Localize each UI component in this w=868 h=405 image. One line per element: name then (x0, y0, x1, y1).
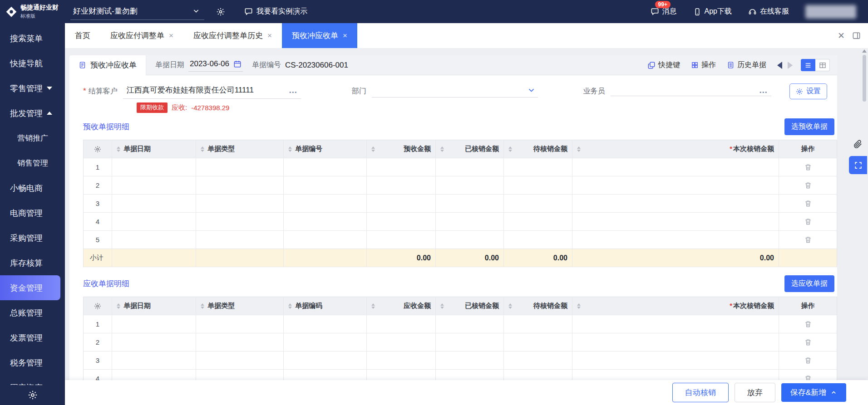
customer-input[interactable]: 江西真可爱布娃娃有限责任公司11111 … (123, 84, 301, 99)
sort-icon[interactable] (201, 146, 204, 152)
online-service-button[interactable]: 在线客服 (748, 7, 789, 16)
table-cell[interactable] (196, 351, 284, 370)
table-cell[interactable] (112, 195, 196, 213)
sidebar-item-11[interactable]: 总账管理 (0, 300, 65, 325)
table-cell[interactable] (112, 370, 196, 380)
table-cell[interactable] (572, 315, 779, 333)
tab-1[interactable]: 应收应付调整单× (100, 23, 183, 48)
dept-chevron-down-icon[interactable] (528, 86, 535, 94)
sidebar-item-7[interactable]: 电商管理 (0, 200, 65, 225)
table-cell[interactable] (367, 333, 436, 351)
app-download-button[interactable]: App下载 (693, 7, 732, 16)
receivable-section-title[interactable]: 应收单据明细 (83, 278, 129, 289)
table-cell[interactable] (504, 176, 572, 195)
history-docs-button[interactable]: 历史单据 (727, 60, 766, 70)
column-header[interactable]: 已核销金额 (436, 140, 504, 158)
sidebar-item-9[interactable]: 库存核算 (0, 250, 65, 275)
scroll-up-arrow-icon[interactable] (862, 49, 867, 53)
top-settings-gear-icon[interactable] (216, 7, 225, 16)
sort-icon[interactable] (117, 303, 120, 309)
table-cell[interactable] (196, 231, 284, 249)
tab-close-icon[interactable]: × (169, 31, 173, 40)
table-cell[interactable] (436, 195, 504, 213)
table-cell[interactable] (112, 213, 196, 231)
select-prepay-docs-button[interactable]: 选预收单据 (784, 118, 834, 135)
tab-3[interactable]: 预收冲应收单× (282, 23, 357, 48)
table-cell[interactable] (572, 176, 779, 195)
column-header[interactable]: 已核销金额 (436, 297, 504, 315)
sidebar-item-8[interactable]: 采购管理 (0, 225, 65, 250)
table-cell[interactable] (436, 213, 504, 231)
row-delete-button[interactable] (779, 351, 837, 370)
table-cell[interactable] (367, 370, 436, 380)
table-cell[interactable] (284, 351, 367, 370)
grid-view-toggle[interactable] (815, 59, 830, 71)
sidebar-item-12[interactable]: 发票管理 (0, 325, 65, 350)
table-cell[interactable] (436, 158, 504, 176)
sidebar-item-13[interactable]: 税务管理 (0, 350, 65, 375)
sort-icon[interactable] (577, 146, 581, 152)
org-select[interactable]: 好业财测试-量勿删 (70, 4, 204, 20)
column-header[interactable]: 待核销金额 (504, 297, 572, 315)
close-tab-icon[interactable]: ✕ (838, 30, 845, 41)
table-cell[interactable] (367, 195, 436, 213)
row-delete-button[interactable] (779, 333, 837, 351)
table-cell[interactable] (284, 213, 367, 231)
table-cell[interactable] (504, 231, 572, 249)
table-cell[interactable] (196, 370, 284, 380)
sidebar-item-0[interactable]: 搜索菜单 (0, 26, 65, 51)
table-cell[interactable] (196, 158, 284, 176)
column-header[interactable]: 单据日期 (112, 140, 196, 158)
table-cell[interactable] (112, 351, 196, 370)
table-cell[interactable] (112, 315, 196, 333)
table-cell[interactable] (112, 333, 196, 351)
table-cell[interactable] (284, 370, 367, 380)
table-cell[interactable] (284, 333, 367, 351)
column-header[interactable]: *本次核销金额 (572, 140, 779, 158)
salesman-input[interactable]: … (611, 87, 771, 96)
table-cell[interactable] (572, 213, 779, 231)
customer-picker-icon[interactable]: … (289, 88, 298, 93)
table-cell[interactable] (436, 351, 504, 370)
table-cell[interactable] (284, 231, 367, 249)
table-cell[interactable] (196, 315, 284, 333)
table-cell[interactable] (367, 231, 436, 249)
settings-button[interactable]: 设置 (789, 83, 827, 99)
table-cell[interactable] (196, 195, 284, 213)
column-header[interactable]: 单据类型 (196, 140, 284, 158)
column-header[interactable]: 单据日期 (112, 297, 196, 315)
row-delete-button[interactable] (779, 176, 837, 195)
column-header[interactable]: 预收金额 (367, 140, 436, 158)
table-cell[interactable] (572, 231, 779, 249)
tab-2[interactable]: 应收应付调整单历史× (183, 23, 282, 48)
prepay-section-title[interactable]: 预收单据明细 (83, 122, 129, 132)
operation-button[interactable]: 操作 (691, 60, 716, 70)
messages-button[interactable]: 99+ 消息 (651, 7, 677, 16)
table-cell[interactable] (436, 333, 504, 351)
table-cell[interactable] (367, 213, 436, 231)
vertical-scrollbar[interactable] (862, 48, 867, 380)
table-cell[interactable] (112, 231, 196, 249)
table-cell[interactable] (504, 370, 572, 380)
table-cell[interactable] (196, 176, 284, 195)
table-cell[interactable] (572, 370, 779, 380)
sort-icon[interactable] (117, 146, 120, 152)
table-cell[interactable] (284, 195, 367, 213)
sidebar-item-4[interactable]: 营销推广 (0, 126, 65, 151)
table-settings-gear-icon[interactable] (84, 297, 112, 315)
sort-icon[interactable] (440, 146, 444, 152)
tab-layout-icon[interactable] (852, 31, 861, 40)
sort-icon[interactable] (508, 146, 512, 152)
tab-0[interactable]: 首页 (65, 23, 100, 48)
column-header[interactable]: *本次核销金额 (572, 297, 779, 315)
sidebar-item-5[interactable]: 销售管理 (0, 151, 65, 176)
table-cell[interactable] (367, 158, 436, 176)
sidebar-item-10[interactable]: 资金管理 (0, 275, 60, 300)
list-view-toggle[interactable] (801, 59, 815, 71)
table-cell[interactable] (367, 176, 436, 195)
scrollbar-thumb[interactable] (863, 55, 866, 102)
tab-close-icon[interactable]: × (343, 31, 347, 40)
auto-verify-button[interactable]: 自动核销 (672, 383, 729, 402)
sort-icon[interactable] (440, 303, 444, 309)
doc-tab[interactable]: 预收冲应收单 (69, 55, 146, 75)
